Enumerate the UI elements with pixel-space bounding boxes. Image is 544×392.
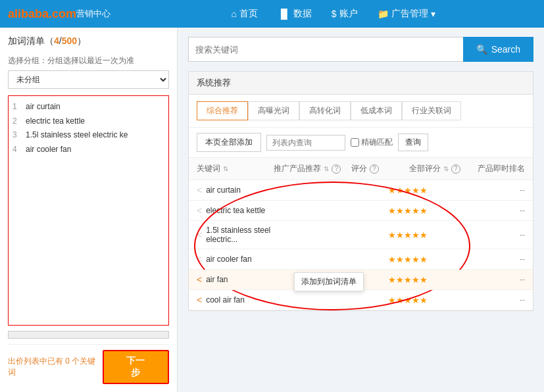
add-all-button[interactable]: 本页全部添加 <box>197 133 261 152</box>
keyword-total: 500 <box>62 36 77 46</box>
col-header-score: 评分 ? <box>351 163 409 174</box>
kw-text: 1.5l stainless steel electric ke <box>26 128 128 143</box>
sidebar-title: 加词清单（4/500） <box>8 36 169 47</box>
keyword-list-box: 1 air curtain 2 electric tea kettle 3 1.… <box>8 95 169 326</box>
search-input[interactable] <box>188 37 463 62</box>
kw-num: 4 <box>12 143 22 157</box>
barchart-icon: ▐▌ <box>278 9 291 19</box>
add-arrow-icon[interactable]: < <box>197 274 202 285</box>
add-arrow-icon[interactable]: < <box>197 185 202 195</box>
nav-items: ⌂ 首页 ▐▌ 数据 $ 账户 📁 广告管理 ▾ <box>130 8 536 20</box>
table-row: < air cooler fan ★★★★★ -- <box>189 249 533 270</box>
table-row: < 1.5l stainless steel electric... ★★★★★… <box>189 221 533 249</box>
tabs-row: 综合推荐 高曝光词 高转化词 低成本词 行业关联词 <box>189 95 533 128</box>
tab-high-conversion[interactable]: 高转化词 <box>299 101 351 120</box>
info-icon-score[interactable]: ? <box>370 164 379 174</box>
rank-cell: -- <box>457 230 525 239</box>
list-item: 3 1.5l stainless steel electric ke <box>12 128 164 143</box>
search-icon: 🔍 <box>476 44 487 55</box>
footer-prefix: 出价列表中已有 <box>8 356 63 366</box>
kw-num: 2 <box>12 114 22 129</box>
list-query-input[interactable] <box>266 135 345 151</box>
keyword-count: 4 <box>54 36 59 46</box>
nav-item-account[interactable]: $ 账户 <box>332 8 358 20</box>
sort-icon-kw[interactable]: ⇅ <box>223 165 228 172</box>
tooltip-add-to-list: 添加到加词清单 <box>294 272 364 291</box>
nav-admanage-label: 广告管理 <box>391 8 428 20</box>
right-content: 🔍 Search 系统推荐 综合推荐 高曝光词 高转化词 低成本词 行业关联词 … <box>178 28 544 392</box>
table-row: < air curtain ★★★★★ -- <box>189 180 533 201</box>
add-arrow-icon[interactable]: < <box>197 205 202 216</box>
tab-comprehensive[interactable]: 综合推荐 <box>197 101 248 120</box>
list-item: 2 electric tea kettle <box>12 114 164 129</box>
nav-data-label: 数据 <box>293 8 312 20</box>
table-header: 关键词 ⇅ 推广产品推荐 ⇅ ? 评分 ? 全部评分 ⇅ ? <box>189 158 533 180</box>
query-button[interactable]: 查询 <box>398 134 428 151</box>
kw-cell: air curtain <box>206 185 297 195</box>
nav-subtitle: 营销中心 <box>76 8 111 20</box>
rank-cell: -- <box>457 255 525 264</box>
nav-account-label: 账户 <box>339 8 358 20</box>
search-button[interactable]: 🔍 Search <box>463 37 533 62</box>
rank-cell: -- <box>457 185 525 195</box>
rank-cell: -- <box>457 206 525 215</box>
nav-item-data[interactable]: ▐▌ 数据 <box>278 8 312 20</box>
col-header-rank: 产品即时排名 <box>467 163 525 174</box>
exact-match-label[interactable]: 精确匹配 <box>351 137 393 148</box>
group-label: 选择分组：分组选择以最近一次为准 <box>8 55 169 66</box>
kw-cell: air fan <box>206 275 297 284</box>
folder-icon: 📁 <box>378 9 389 19</box>
sidebar: 加词清单（4/500） 选择分组：分组选择以最近一次为准 未分组 1 air c… <box>0 28 178 392</box>
rank-cell: -- <box>457 275 525 284</box>
sort-icon-allscore[interactable]: ⇅ <box>443 165 449 172</box>
col-header-product: 推广产品推荐 ⇅ ? <box>274 163 351 174</box>
nav-item-admanage[interactable]: 📁 广告管理 ▾ <box>378 8 435 20</box>
sort-icon-product[interactable]: ⇅ <box>324 165 329 172</box>
add-arrow-icon[interactable]: < <box>197 254 202 264</box>
main-layout: 加词清单（4/500） 选择分组：分组选择以最近一次为准 未分组 1 air c… <box>0 28 544 392</box>
search-bar: 🔍 Search <box>188 37 533 62</box>
action-row: 本页全部添加 精确匹配 查询 <box>189 128 533 158</box>
kw-text: air curtain <box>26 100 61 114</box>
stars-cell: ★★★★★ <box>388 206 457 216</box>
list-item: 4 air cooler fan <box>12 143 164 157</box>
kw-cell: air cooler fan <box>206 255 297 264</box>
recommend-section: 系统推荐 综合推荐 高曝光词 高转化词 低成本词 行业关联词 本页全部添加 精确… <box>188 71 533 311</box>
table-row: < cool air fan ★★★★★ -- <box>189 290 533 310</box>
tab-high-exposure[interactable]: 高曝光词 <box>248 101 299 120</box>
footer-count: 0 <box>65 356 70 366</box>
next-button[interactable]: 下一步 <box>103 350 169 384</box>
stars-cell: ★★★★★ <box>388 230 457 240</box>
rank-cell: -- <box>457 295 525 305</box>
sidebar-footer: 出价列表中已有 0 个关键词 下一步 <box>8 344 169 384</box>
table-body: < air curtain ★★★★★ -- < electric tea ke… <box>189 180 533 310</box>
nav-item-home[interactable]: ⌂ 首页 <box>231 8 257 20</box>
info-icon-allscore[interactable]: ? <box>451 164 460 174</box>
chevron-down-icon: ▾ <box>431 9 435 19</box>
stars-cell: ★★★★★ <box>388 295 457 305</box>
info-icon-product[interactable]: ? <box>332 164 341 174</box>
home-icon: ⌂ <box>231 9 236 19</box>
logo-text: alibaba.com <box>8 7 76 21</box>
tab-low-cost[interactable]: 低成本词 <box>351 101 402 120</box>
kw-text: electric tea kettle <box>26 114 85 129</box>
scroll-bar[interactable] <box>8 331 169 339</box>
stars-cell: ★★★★★ <box>388 185 457 195</box>
alibaba-logo: alibaba.com <box>8 7 76 21</box>
group-select[interactable]: 未分组 <box>8 70 169 89</box>
stars-cell: ★★★★★ <box>388 275 457 285</box>
col-header-kw: 关键词 ⇅ <box>197 163 274 174</box>
add-arrow-icon[interactable]: < <box>197 230 202 240</box>
list-item: 1 air curtain <box>12 100 164 114</box>
kw-text: air cooler fan <box>26 143 71 157</box>
footer-info: 出价列表中已有 0 个关键词 <box>8 356 103 378</box>
kw-cell: 1.5l stainless steel electric... <box>206 226 297 244</box>
tab-industry-related[interactable]: 行业关联词 <box>402 101 461 120</box>
add-arrow-icon[interactable]: < <box>197 295 202 305</box>
exact-match-checkbox[interactable] <box>351 138 359 147</box>
table-row: < electric tea kettle ★★★★★ -- <box>189 201 533 221</box>
kw-cell: electric tea kettle <box>206 206 297 215</box>
stars-cell: ★★★★★ <box>388 255 457 264</box>
col-header-allscore: 全部评分 ⇅ ? <box>409 163 467 174</box>
top-nav: alibaba.com 营销中心 ⌂ 首页 ▐▌ 数据 $ 账户 📁 广告管理 … <box>0 0 544 28</box>
